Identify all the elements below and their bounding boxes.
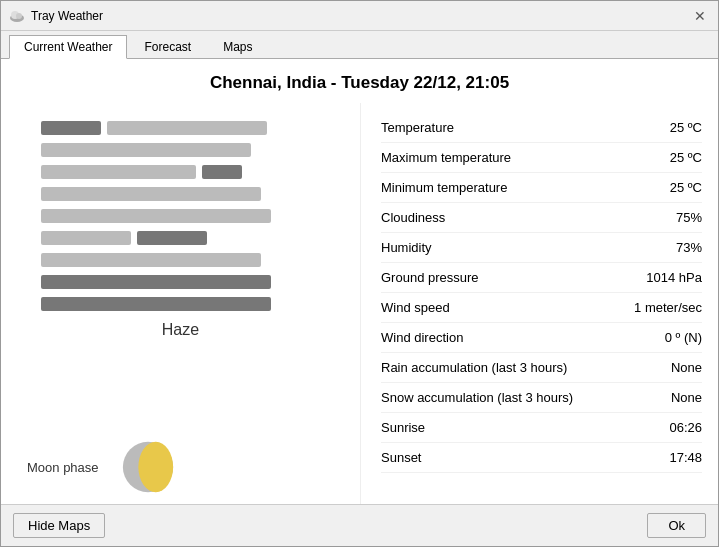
weather-label: Temperature bbox=[381, 113, 590, 143]
moon-phase-icon bbox=[119, 438, 177, 496]
weather-label: Wind speed bbox=[381, 293, 590, 323]
table-row: Rain accumulation (last 3 hours)None bbox=[381, 353, 702, 383]
weather-label: Cloudiness bbox=[381, 203, 590, 233]
weather-label: Rain accumulation (last 3 hours) bbox=[381, 353, 590, 383]
weather-table: Temperature25 ºCMaximum temperature25 ºC… bbox=[381, 113, 702, 473]
weather-value: None bbox=[590, 383, 702, 413]
weather-value: 1 meter/sec bbox=[590, 293, 702, 323]
table-row: Wind speed1 meter/sec bbox=[381, 293, 702, 323]
weather-label: Ground pressure bbox=[381, 263, 590, 293]
table-row: Sunset17:48 bbox=[381, 443, 702, 473]
table-row: Snow accumulation (last 3 hours)None bbox=[381, 383, 702, 413]
right-panel: Temperature25 ºCMaximum temperature25 ºC… bbox=[361, 103, 718, 504]
weather-label: Maximum temperature bbox=[381, 143, 590, 173]
weather-value: 25 ºC bbox=[590, 113, 702, 143]
weather-label: Snow accumulation (last 3 hours) bbox=[381, 383, 590, 413]
weather-label: Humidity bbox=[381, 233, 590, 263]
weather-label: Sunrise bbox=[381, 413, 590, 443]
ok-button[interactable]: Ok bbox=[647, 513, 706, 538]
weather-label: Sunset bbox=[381, 443, 590, 473]
table-row: Ground pressure1014 hPa bbox=[381, 263, 702, 293]
main-content: Chennai, India - Tuesday 22/12, 21:05 bbox=[1, 59, 718, 504]
table-row: Minimum temperature25 ºC bbox=[381, 173, 702, 203]
weather-value: 17:48 bbox=[590, 443, 702, 473]
moon-phase-row: Moon phase bbox=[17, 438, 344, 496]
weather-value: 25 ºC bbox=[590, 173, 702, 203]
titlebar-title: Tray Weather bbox=[31, 9, 690, 23]
tabs-bar: Current Weather Forecast Maps bbox=[1, 31, 718, 59]
weather-image-area: Haze bbox=[17, 111, 344, 420]
weather-label: Wind direction bbox=[381, 323, 590, 353]
weather-value: 06:26 bbox=[590, 413, 702, 443]
titlebar: Tray Weather ✕ bbox=[1, 1, 718, 31]
table-row: Maximum temperature25 ºC bbox=[381, 143, 702, 173]
table-row: Humidity73% bbox=[381, 233, 702, 263]
moon-phase-label: Moon phase bbox=[27, 460, 99, 475]
weather-value: None bbox=[590, 353, 702, 383]
left-panel: Haze Moon phase bbox=[1, 103, 361, 504]
tab-current-weather[interactable]: Current Weather bbox=[9, 35, 127, 59]
weather-label: Minimum temperature bbox=[381, 173, 590, 203]
weather-value: 25 ºC bbox=[590, 143, 702, 173]
table-row: Temperature25 ºC bbox=[381, 113, 702, 143]
haze-bars bbox=[41, 121, 321, 311]
table-row: Sunrise06:26 bbox=[381, 413, 702, 443]
table-row: Wind direction0 º (N) bbox=[381, 323, 702, 353]
location-title: Chennai, India - Tuesday 22/12, 21:05 bbox=[1, 59, 718, 103]
tab-forecast[interactable]: Forecast bbox=[129, 35, 206, 58]
main-area: Haze Moon phase Temperature25 ºCMaximum … bbox=[1, 103, 718, 504]
weather-value: 75% bbox=[590, 203, 702, 233]
close-button[interactable]: ✕ bbox=[690, 6, 710, 26]
hide-maps-button[interactable]: Hide Maps bbox=[13, 513, 105, 538]
weather-value: 73% bbox=[590, 233, 702, 263]
tab-maps[interactable]: Maps bbox=[208, 35, 267, 58]
table-row: Cloudiness75% bbox=[381, 203, 702, 233]
svg-point-4 bbox=[138, 442, 173, 492]
weather-condition-label: Haze bbox=[162, 321, 199, 339]
weather-value: 0 º (N) bbox=[590, 323, 702, 353]
app-icon bbox=[9, 8, 25, 24]
app-window: Tray Weather ✕ Current Weather Forecast … bbox=[0, 0, 719, 547]
footer: Hide Maps Ok bbox=[1, 504, 718, 546]
weather-value: 1014 hPa bbox=[590, 263, 702, 293]
svg-point-2 bbox=[16, 13, 22, 19]
